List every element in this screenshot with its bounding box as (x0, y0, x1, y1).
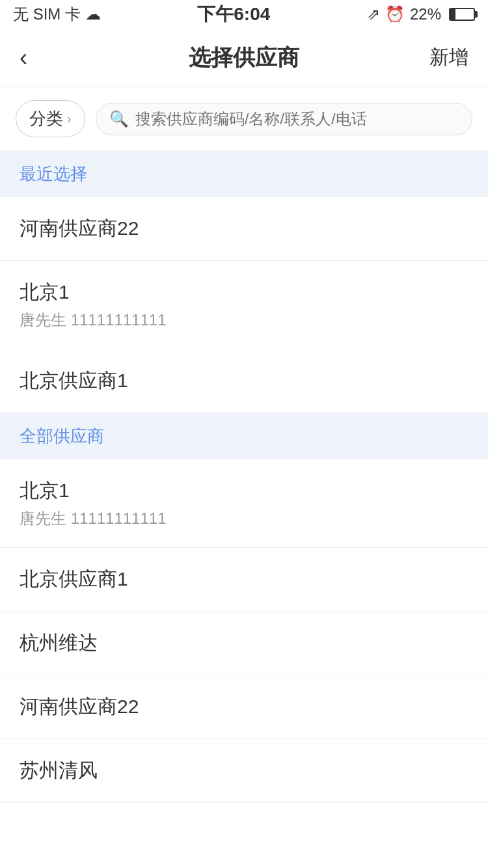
item-sub: 唐先生 11111111111 (20, 508, 468, 529)
recent-section-header: 最近选择 (0, 151, 488, 197)
status-bar: 无 SIM 卡 ☁ 下午6:04 ⇗ ⏰ 22% (0, 0, 488, 29)
list-item[interactable]: 北京供应商1 (0, 349, 488, 413)
list-item[interactable]: 苏州清风 (0, 739, 488, 803)
chevron-right-icon: › (67, 111, 72, 126)
page-title: 选择供应商 (189, 43, 299, 73)
sim-label: 无 SIM 卡 ☁ (13, 4, 101, 25)
location-icon: ⇗ (367, 5, 380, 23)
battery-icon (449, 8, 475, 21)
item-name: 北京供应商1 (20, 368, 468, 394)
recent-list: 河南供应商22北京1唐先生 11111111111北京供应商1 (0, 197, 488, 413)
list-item[interactable]: 河南供应商22 (0, 197, 488, 261)
back-button[interactable]: ‹ (20, 44, 59, 72)
list-item[interactable]: 北京供应商1 (0, 548, 488, 612)
alarm-icon: ⏰ (385, 5, 405, 23)
status-right: ⇗ ⏰ 22% (367, 5, 475, 23)
item-name: 河南供应商22 (20, 215, 468, 242)
all-section-header: 全部供应商 (0, 413, 488, 459)
all-section-label: 全部供应商 (20, 426, 104, 446)
list-item[interactable]: 河南供应商22 (0, 675, 488, 739)
filter-bar: 分类 › 🔍 (0, 87, 488, 151)
category-label: 分类 (29, 107, 63, 130)
search-box[interactable]: 🔍 (96, 103, 472, 135)
item-name: 杭州维达 (20, 630, 468, 657)
list-item[interactable]: 北京1唐先生 11111111111 (0, 261, 488, 349)
item-sub: 唐先生 11111111111 (20, 310, 468, 331)
add-button[interactable]: 新增 (429, 44, 468, 71)
status-left: 无 SIM 卡 ☁ (13, 4, 101, 25)
status-time: 下午6:04 (197, 2, 270, 27)
list-item[interactable]: 北京1唐先生 11111111111 (0, 459, 488, 548)
item-name: 北京供应商1 (20, 566, 468, 593)
item-name: 河南供应商22 (20, 694, 468, 720)
search-icon: 🔍 (109, 110, 129, 128)
item-name: 苏州清风 (20, 757, 468, 784)
search-input[interactable] (135, 110, 459, 128)
item-name: 北京1 (20, 478, 468, 504)
list-item[interactable]: 杭州维达 (0, 612, 488, 675)
item-name: 北京1 (20, 279, 468, 306)
recent-section-label: 最近选择 (20, 164, 87, 183)
battery-label: 22% (410, 5, 441, 23)
all-list: 北京1唐先生 11111111111北京供应商1杭州维达河南供应商22苏州清风 (0, 459, 488, 803)
category-button[interactable]: 分类 › (16, 100, 85, 137)
nav-bar: ‹ 选择供应商 新增 (0, 29, 488, 87)
